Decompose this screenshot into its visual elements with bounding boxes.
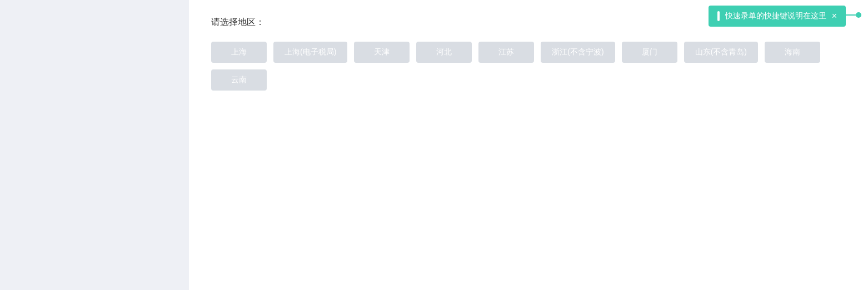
left-sidebar [0, 0, 189, 290]
region-btn-tianjin[interactable]: 天津 [354, 42, 410, 63]
tooltip-close-button[interactable]: × [832, 12, 837, 21]
tooltip-dot-indicator [856, 12, 861, 18]
region-btn-hainan[interactable]: 海南 [765, 42, 820, 63]
region-btn-hebei[interactable]: 河北 [416, 42, 472, 63]
tooltip-banner: 快速录单的快捷键说明在这里 × [709, 6, 846, 27]
region-btn-zhejiang[interactable]: 浙江(不含宁波) [541, 42, 615, 63]
region-buttons-container: 上海 上海(电子税局) 天津 河北 江苏 浙江(不含宁波) 厦门 山东(不含青岛… [211, 42, 846, 91]
region-btn-xiamen[interactable]: 厦门 [622, 42, 677, 63]
region-btn-shanghai[interactable]: 上海 [211, 42, 267, 63]
region-btn-yunnan[interactable]: 云南 [211, 69, 267, 91]
main-content: 请选择地区： 上海 上海(电子税局) 天津 河北 江苏 浙江(不含宁波) 厦门 … [189, 0, 868, 290]
region-btn-shanghai-etax[interactable]: 上海(电子税局) [273, 42, 347, 63]
tooltip-text: 快速录单的快捷键说明在这里 [725, 11, 826, 21]
tooltip-bar-icon [717, 11, 720, 21]
tooltip-connector-line [845, 14, 856, 16]
region-btn-jiangsu[interactable]: 江苏 [478, 42, 534, 63]
region-btn-shandong[interactable]: 山东(不含青岛) [684, 42, 758, 63]
